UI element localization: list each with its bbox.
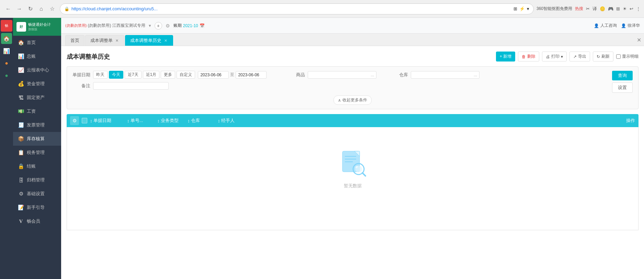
tax-icon: 📋 [18,149,24,156]
tab-cost-adjust[interactable]: 成本调整单 ✕ [85,35,124,46]
sidebar-item-closing[interactable]: 🔒 结账 [13,159,61,173]
table-toolbar: ⚙ ↕ 单据日期 ↕ 单号... ↕ 业务类型 ↕ [67,114,639,127]
page-area: 成本调整单历史 + 新增 🗑 删除 🖨 打印 ▾ ↗ 导出 [61,46,644,279]
query-btn[interactable]: 查询 [612,71,633,80]
bookmark-button[interactable]: ☆ [47,4,57,14]
undo-icon[interactable]: ↩ [630,6,633,11]
col-ops-label: 操作 [618,118,635,124]
toolbar-select-all[interactable] [82,118,87,123]
sidebar-item-guide[interactable]: 📝 新手引导 [13,201,61,214]
refresh-btn[interactable]: ↻ 刷新 [593,52,613,62]
icon-bar-orange[interactable]: ● [1,58,12,69]
game-icon[interactable]: 🎮 [608,6,613,11]
sidebar-label-closing: 结账 [27,163,36,169]
warehouse-dots[interactable]: ... [474,72,477,77]
icon-bar-green[interactable]: ● [1,70,12,81]
sidebar-label-inventory: 库存核算 [27,136,45,142]
sidebar-item-inventory[interactable]: 📦 库存核算 [13,132,61,146]
product-select[interactable]: ... [308,71,376,79]
date-custom-btn[interactable]: 自定义 [177,71,195,79]
home-button[interactable]: ⌂ [36,4,46,14]
icon-bar-home[interactable]: 🏠 [1,33,12,44]
back-button[interactable]: ← [3,4,13,14]
warehouse-select[interactable]: ... [411,71,479,79]
closing-icon: 🔒 [18,163,24,169]
col-date-header[interactable]: ↕ 单据日期 [90,118,124,124]
filter-remark-item: 备注 [72,82,169,90]
sidebar-item-payroll[interactable]: 💵 工资 [13,104,61,118]
delete-btn[interactable]: 🗑 删除 [518,52,539,62]
new-btn[interactable]: + 新增 [496,52,515,62]
icon-bar-logo: 畅 [1,20,12,32]
reload-button[interactable]: ↻ [25,4,35,14]
company-label: (勿删勿禁用) 江西服宝测试专用 [88,23,145,28]
sidebar-label-funds: 资金管理 [27,81,45,87]
grid-icon[interactable]: ⊞ [616,6,620,11]
ledger-icon: 📊 [18,53,24,59]
scissors-icon[interactable]: ✂ [586,6,590,11]
payroll-icon: 💵 [18,108,24,114]
export-btn[interactable]: ↗ 导出 [569,52,590,62]
tab-bar: 首页 成本调整单 ✕ 成本调整单历史 ✕ ✕ [61,34,644,46]
sidebar-label-settings: 基础设置 [27,191,45,197]
tab-bar-close-btn[interactable]: ✕ [637,36,641,43]
sidebar-item-tax[interactable]: 📋 税务管理 [13,146,61,159]
search-tool: 360智能抠图免费用 [536,6,572,12]
tab-cost-adjust-close[interactable]: ✕ [115,38,119,43]
col-num-header[interactable]: ↕ 单号... [127,118,155,124]
date-from-input[interactable] [198,71,229,79]
page-title: 成本调整单历史 [67,53,110,61]
menu-icon[interactable]: ⋮ [636,6,641,11]
settings-filter-btn[interactable]: 设置 [612,82,633,93]
company-name: (勿删勿禁用) (勿删勿禁用) 江西服宝测试专用 [65,23,145,29]
coin-icon[interactable]: 🪙 [600,6,605,11]
date-1month-btn[interactable]: 近1月 [143,71,160,79]
remark-input[interactable] [93,82,169,90]
calendar-icon[interactable]: 📅 [200,23,205,28]
tab-cost-adjust-history[interactable]: 成本调整单历史 ✕ [125,35,173,46]
tab-home[interactable]: 首页 [65,35,84,46]
show-detail-checkbox-label[interactable]: 显示明细 [616,54,639,59]
settings-gear-icon[interactable]: ⚙ [166,23,170,29]
filter-row-date: 单据日期 昨天 今天 近7天 近1月 更多 自定义 [72,71,607,79]
sidebar-item-home[interactable]: 🏠 首页 [13,36,61,49]
sidebar-item-membership[interactable]: V 畅会员 [13,214,61,228]
sidebar-item-archive[interactable]: 🗄 归档管理 [13,173,61,187]
address-bar[interactable]: 🔒 https://cloud.chanjet.com/accounting/u… [60,3,534,14]
logo-icon: 好 [16,22,26,32]
sidebar-item-reports[interactable]: 📈 云报表中心 [13,63,61,77]
sidebar-item-invoice[interactable]: 🧾 发票管理 [13,118,61,132]
date-today-btn[interactable]: 今天 [109,71,123,79]
sidebar-item-fixed-assets[interactable]: 🏗 固定资产 [13,91,61,104]
archive-icon: 🗄 [18,177,24,183]
sidebar-item-settings[interactable]: ⚙ 基础设置 [13,187,61,201]
sidebar-item-funds[interactable]: 💰 资金管理 [13,77,61,91]
date-to-input[interactable] [236,71,267,79]
collapse-btn[interactable]: ∧ 收起更多条件 [334,96,372,105]
user-service-btn[interactable]: 👤 人工咨询 [594,23,617,29]
sidebar-label-payroll: 工资 [27,108,36,114]
date-7days-btn[interactable]: 近7天 [125,71,142,79]
date-yesterday-btn[interactable]: 昨天 [93,71,108,79]
show-detail-checkbox[interactable] [616,54,621,59]
icon-bar-stats[interactable]: 📊 [1,45,12,56]
tab-cost-adjust-history-close[interactable]: ✕ [163,38,168,43]
translate-icon[interactable]: 译 [592,6,597,12]
print-dropdown-icon: ▾ [561,54,563,59]
top-bar-left: (勿删勿禁用) (勿删勿禁用) 江西服宝测试专用 ▾ + ⚙ 账期 2021-1… [65,22,205,30]
sort-biztype-icon: ↕ [157,118,160,123]
sun-icon[interactable]: ☀ [623,6,627,11]
product-dots[interactable]: ... [371,72,374,77]
toolbar-gear-btn[interactable]: ⚙ [70,116,79,125]
user-name-btn[interactable]: 👤 徐泽华 [621,23,640,29]
col-biztype-header[interactable]: ↕ 业务类型 [157,118,185,124]
col-person-header[interactable]: ↕ 经手人 [218,118,245,124]
company-dropdown-icon[interactable]: ▾ [149,23,151,28]
add-company-btn[interactable]: + [155,22,162,30]
forward-button[interactable]: → [14,4,24,14]
browser-expand-icon: ⊞ [513,6,517,11]
date-more-btn[interactable]: 更多 [161,71,175,79]
col-warehouse-header[interactable]: ↕ 仓库 [188,118,215,124]
sidebar-item-ledger[interactable]: 📊 总账 [13,49,61,63]
print-btn[interactable]: 🖨 打印 ▾ [542,52,567,62]
